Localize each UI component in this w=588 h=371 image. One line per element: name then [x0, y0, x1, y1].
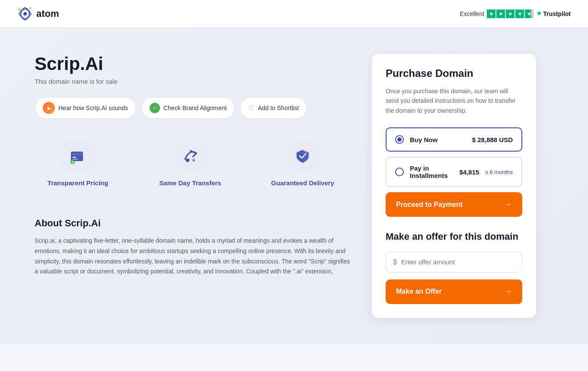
transparent-pricing-icon-wrap: $	[62, 140, 93, 171]
svg-rect-3	[73, 157, 76, 158]
guaranteed-delivery-icon	[294, 147, 311, 165]
feature-guaranteed-delivery: Guaranteed Delivery	[259, 140, 346, 187]
hear-domain-button[interactable]: ▶ Hear how Scrip.Ai sounds	[35, 97, 136, 119]
purchase-card: Purchase Domain Once you purchase this d…	[372, 54, 536, 318]
checkmark: ✓	[153, 105, 157, 111]
features-section: $ Transparent Pricing	[35, 119, 355, 209]
buy-now-label: Buy Now	[410, 136, 466, 143]
installments-months: x 6 months	[485, 169, 513, 175]
proceed-to-payment-button[interactable]: Proceed to Payment →	[386, 192, 522, 217]
trustpilot-tp-star: ✦	[536, 10, 542, 18]
domain-title: Scrip.Ai	[35, 54, 355, 74]
proceed-label: Proceed to Payment	[396, 201, 463, 209]
offer-section-title: Make an offer for this domain	[386, 231, 522, 243]
about-section: About Scrip.Ai Scrip.ai, a captivating f…	[35, 209, 355, 285]
make-offer-label: Make an Offer	[396, 288, 442, 295]
page-wrapper: atom Excellent ★ ★ ★ ★ ★ ✦ Trustpilot	[0, 0, 588, 371]
transparent-pricing-label: Transparent Pricing	[48, 178, 109, 187]
svg-rect-4	[73, 159, 78, 160]
installments-price: $4,815	[460, 168, 479, 176]
guaranteed-delivery-label: Guaranteed Delivery	[271, 178, 334, 187]
domain-info: Scrip.Ai This domain name is for sale ▶ …	[35, 54, 355, 119]
trustpilot-stars: ★ ★ ★ ★ ★	[487, 10, 534, 18]
buy-now-radio	[395, 135, 404, 144]
star-3: ★	[506, 10, 514, 18]
svg-point-7	[186, 159, 189, 162]
offer-input-wrap: $	[386, 252, 522, 273]
svg-rect-2	[71, 153, 83, 155]
buy-now-option[interactable]: Buy Now $ 28,888 USD	[386, 127, 522, 152]
trustpilot-logo: ✦ Trustpilot	[536, 10, 571, 18]
dollar-sign-icon: $	[393, 258, 397, 266]
play-triangle: ▶	[48, 106, 51, 111]
purchase-description: Once you purchase this domain, our team …	[386, 86, 522, 115]
trustpilot-widget: Excellent ★ ★ ★ ★ ★ ✦ Trustpilot	[460, 10, 571, 18]
hero-section: Scrip.Ai This domain name is for sale ▶ …	[0, 28, 588, 344]
action-buttons: ▶ Hear how Scrip.Ai sounds ✓ Check Brand…	[35, 97, 355, 119]
star-2: ★	[496, 10, 505, 18]
header: atom Excellent ★ ★ ★ ★ ★ ✦ Trustpilot	[0, 0, 588, 28]
svg-point-8	[192, 159, 195, 162]
proceed-arrow-icon: →	[504, 200, 512, 209]
transparent-pricing-icon: $	[69, 147, 86, 165]
hear-domain-label: Hear how Scrip.Ai sounds	[58, 105, 128, 111]
feature-same-day-transfers: Same Day Transfers	[147, 140, 233, 187]
same-day-transfers-icon	[182, 147, 199, 165]
check-brand-button[interactable]: ✓ Check Brand Alignment	[141, 97, 235, 119]
buy-now-price: $ 28,888 USD	[472, 136, 513, 143]
hero-content-area: Scrip.Ai This domain name is for sale ▶ …	[17, 54, 571, 318]
trustpilot-brand-label: Trustpilot	[543, 10, 571, 17]
about-text: Scrip.ai, a captivating five-letter, one…	[35, 236, 355, 277]
play-icon: ▶	[43, 102, 55, 114]
installments-option[interactable]: Pay in Installments $4,815 x 6 months	[386, 157, 522, 187]
star-4: ★	[515, 10, 524, 18]
about-title: About Scrip.Ai	[35, 218, 355, 229]
installments-label: Pay in Installments	[410, 165, 454, 179]
svg-text:$: $	[72, 161, 74, 164]
shortlist-button[interactable]: ♡ Add to Shortlist	[240, 97, 307, 119]
make-offer-button[interactable]: Make an Offer →	[386, 279, 522, 304]
logo-text: atom	[36, 8, 59, 19]
heart-icon: ♡	[248, 104, 254, 112]
star-1: ★	[487, 10, 495, 18]
trustpilot-excellent-label: Excellent	[460, 10, 484, 17]
purchase-card-title: Purchase Domain	[386, 67, 522, 79]
make-offer-arrow-icon: →	[504, 287, 512, 296]
feature-transparent-pricing: $ Transparent Pricing	[35, 140, 121, 187]
shortlist-label: Add to Shortlist	[258, 105, 299, 111]
guaranteed-delivery-icon-wrap	[287, 140, 318, 171]
atom-logo-icon	[17, 6, 33, 22]
features-grid: $ Transparent Pricing	[35, 140, 355, 187]
same-day-transfers-label: Same Day Transfers	[159, 178, 221, 187]
domain-subtitle: This domain name is for sale	[35, 78, 355, 85]
installments-radio	[395, 168, 404, 176]
left-column: Scrip.Ai This domain name is for sale ▶ …	[35, 54, 355, 285]
check-icon: ✓	[150, 103, 160, 113]
logo: atom	[17, 6, 59, 22]
offer-amount-input[interactable]	[401, 258, 515, 266]
same-day-transfers-icon-wrap	[175, 140, 206, 171]
check-brand-label: Check Brand Alignment	[163, 105, 227, 111]
star-5: ★	[525, 10, 534, 18]
svg-point-0	[23, 12, 27, 16]
